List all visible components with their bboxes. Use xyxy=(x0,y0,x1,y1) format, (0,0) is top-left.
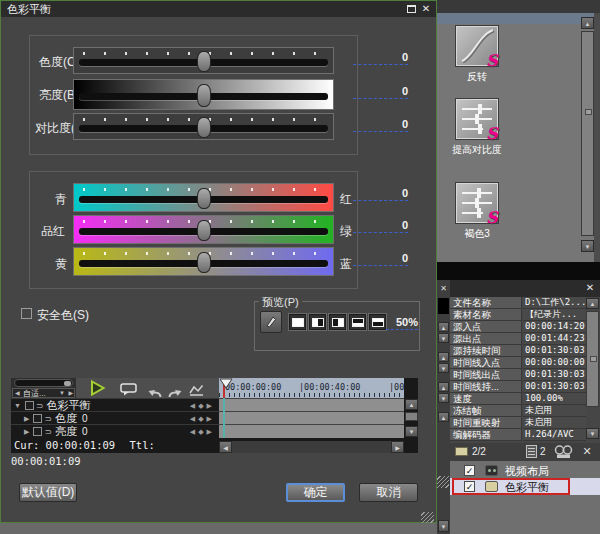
palette-scroll-down-button[interactable]: ▼ xyxy=(581,240,594,252)
blue-value[interactable]: 0 xyxy=(353,252,408,266)
info-titlebar[interactable]: ✕ xyxy=(450,280,600,297)
clipboard-icon[interactable] xyxy=(526,445,537,458)
effect-row-color-balance[interactable]: ✓ 色彩平衡 xyxy=(450,478,600,495)
track-row[interactable] xyxy=(219,398,404,411)
next-keyframe-icon[interactable]: ▶ xyxy=(207,402,215,409)
luminance-value[interactable]: 0 xyxy=(353,85,408,99)
add-keyframe-icon[interactable]: ◆ xyxy=(198,428,206,435)
timeline-scroll-right-button[interactable]: ▶ xyxy=(391,441,404,453)
strip-bottom-down-button[interactable]: ▼ xyxy=(438,520,449,532)
row-enable-checkbox[interactable] xyxy=(33,427,42,436)
strip-up-button[interactable]: ▲ xyxy=(438,412,449,422)
strip-resize-grip[interactable] xyxy=(437,476,449,488)
info-scroll-down-button[interactable]: ▼ xyxy=(586,428,599,439)
safe-color-checkbox[interactable] xyxy=(21,308,32,319)
info-label: 文件名称 xyxy=(450,297,522,309)
timeline-row-luminance[interactable]: ▶⊃亮度0 ◀◆▶ xyxy=(11,424,219,437)
contrast-value[interactable]: 0 xyxy=(353,118,408,132)
info-scroll-thumb[interactable] xyxy=(586,311,599,407)
dialog-resize-grip[interactable] xyxy=(421,512,434,523)
next-keyframe-icon[interactable]: ▶ xyxy=(207,415,215,422)
timeline-scroll-down-button[interactable]: ▼ xyxy=(405,426,418,437)
track-row[interactable] xyxy=(219,424,404,437)
preview-mode-top-button[interactable] xyxy=(368,313,387,331)
strip-up-button[interactable]: ▲ xyxy=(438,352,449,362)
preview-pen-button[interactable] xyxy=(260,311,282,333)
default-button[interactable]: 默认值(D) xyxy=(19,483,77,502)
effect-invert-label[interactable]: 反转 xyxy=(437,70,517,84)
preview-mode-full-button[interactable] xyxy=(288,313,307,331)
effects-list-close-button[interactable]: ✕ xyxy=(580,444,594,458)
timeline-zoom-thumb[interactable] xyxy=(64,381,71,386)
expand-icon[interactable]: ▶ xyxy=(24,428,29,435)
next-keyframe-icon[interactable]: ▶ xyxy=(207,428,215,435)
row-enable-checkbox[interactable] xyxy=(25,401,34,410)
timeline-zoom-slider[interactable] xyxy=(14,379,73,387)
preset-dropdown-icon[interactable]: ▼ xyxy=(59,389,65,398)
green-value[interactable]: 0 xyxy=(353,219,408,233)
cancel-button[interactable]: 取消 xyxy=(359,483,418,502)
strip-down-button[interactable]: ▼ xyxy=(438,333,449,343)
maximize-button[interactable] xyxy=(404,3,418,15)
magenta-green-slider[interactable] xyxy=(73,215,334,244)
prev-keyframe-icon[interactable]: ◀ xyxy=(190,402,198,409)
yellow-blue-slider[interactable] xyxy=(73,247,334,276)
prev-keyframe-icon[interactable]: ◀ xyxy=(190,428,198,435)
effect-enabled-checkbox[interactable]: ✓ xyxy=(464,465,475,476)
expand-icon[interactable]: ▶ xyxy=(24,415,29,422)
strip-down-button[interactable]: ▼ xyxy=(438,363,449,373)
timeline-row-color-balance[interactable]: ▼⊃色彩平衡 ◀◆▶ xyxy=(11,398,219,411)
info-row: 素材名称【纪录片... xyxy=(450,309,586,321)
effect-sepia3-label[interactable]: 褐色3 xyxy=(437,227,517,241)
preview-zoom-value[interactable]: 50% xyxy=(386,316,418,330)
cyan-red-slider[interactable] xyxy=(73,183,334,212)
timeline-ruler[interactable]: 00:00:00:00 |00:00:40:00 |00:0 xyxy=(219,378,404,398)
timeline-scroll-left-button[interactable]: ◀ xyxy=(219,441,232,453)
close-button[interactable]: ✕ xyxy=(419,3,433,15)
preset-left-icon[interactable]: ◀ xyxy=(15,389,20,398)
track-row[interactable] xyxy=(219,411,404,424)
preset-dropdown[interactable]: ◀ 自适... ▼ ▶ xyxy=(12,388,75,398)
effect-row-video-layout[interactable]: ✓ 视频布局 xyxy=(450,463,600,478)
ok-button[interactable]: 确定 xyxy=(286,483,345,502)
strip-down-button[interactable]: ▼ xyxy=(438,393,449,403)
strip-up-button[interactable]: ▲ xyxy=(438,322,449,332)
add-keyframe-icon[interactable]: ◆ xyxy=(198,402,206,409)
effect-contrast-label[interactable]: 提高对比度 xyxy=(437,143,517,157)
magenta-green-slider-thumb[interactable] xyxy=(197,220,211,241)
effect-enabled-checkbox[interactable]: ✓ xyxy=(464,481,475,492)
keyframe-track-area[interactable] xyxy=(219,398,404,438)
timeline-hscrollbar[interactable]: ◀ ▶ xyxy=(219,441,404,453)
luminance-slider[interactable] xyxy=(73,79,334,110)
info-scroll-up-button[interactable]: ▲ xyxy=(586,298,599,309)
play-button[interactable] xyxy=(89,380,106,400)
row-enable-checkbox[interactable] xyxy=(33,414,42,423)
collapse-icon[interactable]: ▼ xyxy=(14,402,21,409)
playhead-marker[interactable] xyxy=(219,378,233,389)
chroma-value[interactable]: 0 xyxy=(353,51,408,65)
strip-close-button[interactable]: ✕ xyxy=(438,283,449,294)
red-value[interactable]: 0 xyxy=(353,187,408,201)
preview-mode-bottom-button[interactable] xyxy=(348,313,367,331)
yellow-blue-slider-thumb[interactable] xyxy=(197,252,211,273)
preset-right-icon[interactable]: ▶ xyxy=(68,389,73,398)
strip-up-button[interactable]: ▲ xyxy=(438,382,449,392)
contrast-slider[interactable] xyxy=(73,113,334,140)
preview-mode-split-right-button[interactable] xyxy=(308,313,327,331)
timeline-scroll-up-button[interactable]: ▲ xyxy=(405,399,418,410)
chroma-slider-thumb[interactable] xyxy=(197,51,211,72)
luminance-slider-thumb[interactable] xyxy=(197,84,211,107)
applied-effects-list: ✓ 视频布局 ✓ 色彩平衡 xyxy=(450,461,600,534)
timeline-vscroll-thumb[interactable] xyxy=(405,412,418,421)
contrast-slider-thumb[interactable] xyxy=(197,117,211,138)
dialog-titlebar[interactable]: 色彩平衡 ✕ xyxy=(1,1,436,17)
timeline-row-chroma[interactable]: ▶⊃色度0 ◀◆▶ xyxy=(11,411,219,424)
palette-scroll-thumb[interactable] xyxy=(581,31,594,236)
add-keyframe-icon[interactable]: ◆ xyxy=(198,415,206,422)
palette-scroll-up-button[interactable]: ▲ xyxy=(581,17,594,29)
info-close-button[interactable]: ✕ xyxy=(583,282,597,294)
preview-mode-split-left-button[interactable] xyxy=(328,313,347,331)
chroma-slider[interactable] xyxy=(73,47,334,74)
cyan-red-slider-thumb[interactable] xyxy=(197,188,211,209)
prev-keyframe-icon[interactable]: ◀ xyxy=(190,415,198,422)
